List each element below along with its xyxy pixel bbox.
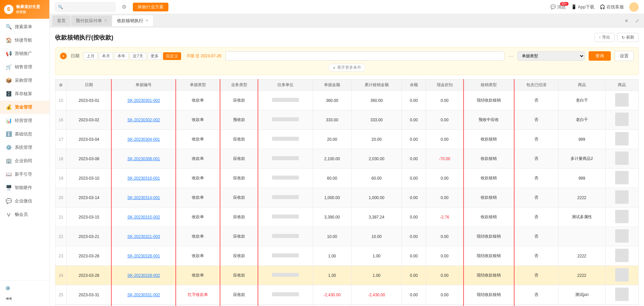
sidebar-label-purchase: 采购管理 xyxy=(15,77,32,83)
doc-no-link[interactable]: SK-20230321-003 xyxy=(127,234,160,239)
sidebar-item-basic[interactable]: ℹ️基础信息 xyxy=(0,127,49,141)
enterprise-icon: 🏢 xyxy=(5,158,12,164)
this-month-btn[interactable]: 本月 xyxy=(99,52,113,60)
cell-biz-type: 应收款 xyxy=(220,130,258,149)
cell-doc-no: SK-20230314-001 xyxy=(111,188,176,207)
cell-product2 xyxy=(605,169,638,188)
more-dates-btn[interactable]: 更多 xyxy=(148,52,162,60)
cell-cum-amount: 2,030.00 xyxy=(352,149,402,169)
topbar: 🔍 ⚙ 体验行业方案 💬 消息 99+ 📱 App下载 🎧 在线客服 xyxy=(50,0,644,14)
filter-expand-button[interactable]: » xyxy=(60,53,67,59)
tab-prepay[interactable]: 预付款应付单✕ xyxy=(71,15,112,26)
table-row: 24 2023-03-28 SK-20230328-002 收款单 应收款 1.… xyxy=(55,266,639,285)
cell-verify-type: 现结收款核销 xyxy=(464,285,514,305)
voucher-type-select[interactable]: 单据类型 xyxy=(518,51,585,61)
doc-no-link[interactable]: SK-20230315-002 xyxy=(127,215,160,220)
cell-product2 xyxy=(605,149,638,169)
sidebar-item-sales[interactable]: 🛒销售管理 xyxy=(0,60,49,74)
doc-no-link[interactable]: SK-20230302-002 xyxy=(127,118,160,122)
sidebar-settings[interactable]: ⚙️ xyxy=(0,283,49,293)
doc-no-link[interactable]: SK-20230308-001 xyxy=(127,157,160,161)
sidebar-item-system[interactable]: ⚙️系统管理 xyxy=(0,141,49,154)
tab-home[interactable]: 首页 xyxy=(52,15,70,26)
custom-date-btn[interactable]: 自定义 xyxy=(163,52,181,60)
cell-cum-amount: 20.00 xyxy=(352,130,402,149)
cell-balance: 0.00 xyxy=(401,110,426,130)
cell-product: 2222 xyxy=(558,266,605,285)
last-month-btn[interactable]: 上月 xyxy=(84,52,98,60)
cell-date: 2023-03-02 xyxy=(67,110,111,130)
this-year-btn[interactable]: 本年 xyxy=(114,52,128,60)
cell-balance: 0.00 xyxy=(401,149,426,169)
doc-no-link[interactable]: SK-20230304-001 xyxy=(127,137,160,142)
sidebar-item-guide[interactable]: 📖新手引导 xyxy=(0,168,49,181)
th-product2: 商品 xyxy=(605,79,638,91)
sidebar-item-marketing[interactable]: 📢营销推广 xyxy=(0,47,49,60)
page-title-bar: 收款核销执行(按收款) ↑ 导出 ↻ 刷新 xyxy=(55,33,639,42)
cell-num: 26 xyxy=(55,305,67,306)
filter-expand-row: ∨ 展开更多条件 xyxy=(60,64,634,71)
doc-no-link[interactable]: SK-20230331-002 xyxy=(127,293,160,297)
sidebar-item-quicknav[interactable]: 🏠快捷导航 xyxy=(0,34,49,47)
th-doc-no: 单据编号 xyxy=(111,79,176,91)
sidebar-item-operations[interactable]: 📊经营管理 xyxy=(0,114,49,127)
cell-cash-discount: 0.00 xyxy=(426,305,464,306)
sidebar-label-operations: 经营管理 xyxy=(15,118,32,124)
cell-date: 2023-03-21 xyxy=(67,227,111,246)
sidebar-item-hardware[interactable]: 🖥️智能硬件 xyxy=(0,181,49,194)
topbar-settings-icon[interactable]: ⚙ xyxy=(119,2,129,12)
setting-button[interactable]: 设置 xyxy=(615,51,634,61)
sidebar-item-purchase[interactable]: 📦采购管理 xyxy=(0,74,49,87)
query-button[interactable]: 查询 xyxy=(589,51,611,61)
cell-balance: 0.00 xyxy=(401,246,426,266)
sidebar-label-finance: 资金管理 xyxy=(15,104,32,110)
tab-close-prepay[interactable]: ✕ xyxy=(104,18,107,23)
doc-no-link[interactable]: SK-20230310-001 xyxy=(127,176,160,181)
expand-more-button[interactable]: ∨ 展开更多条件 xyxy=(328,64,366,71)
sidebar-bottom: ⚙️ ◀◀ xyxy=(0,280,49,306)
cell-date: 2023-03-01 xyxy=(67,91,111,110)
th-settings[interactable]: ⚙ xyxy=(55,79,67,91)
app-download[interactable]: 📱 App下载 xyxy=(571,4,594,10)
cell-product2 xyxy=(605,188,638,207)
cell-included: 否 xyxy=(514,91,558,110)
cell-verify-type: 收款核销 xyxy=(464,207,514,227)
export-button[interactable]: ↑ 导出 xyxy=(594,33,614,42)
tab-close-receipt-exec[interactable]: ✕ xyxy=(145,18,148,23)
messages-badge[interactable]: 💬 消息 99+ xyxy=(550,4,566,10)
sidebar-collapse[interactable]: ◀◀ xyxy=(0,293,49,303)
unit-input[interactable] xyxy=(225,51,504,61)
doc-no-link[interactable]: SK-20230328-002 xyxy=(127,273,160,278)
table-row: 25 2023-03-31 SK-20230331-002 红字收款单 应收款 … xyxy=(55,285,639,305)
solution-button[interactable]: 体验行业方案 xyxy=(133,3,168,11)
cell-included: 否 xyxy=(514,227,558,246)
search-icon: 🔍 xyxy=(5,23,12,30)
sidebar-item-enterprise[interactable]: 🏢企业协同 xyxy=(0,154,49,168)
tab-close-btn[interactable]: ✕ xyxy=(623,17,631,25)
doc-no-link[interactable]: SK-20230314-001 xyxy=(127,195,160,200)
doc-no-link[interactable]: SK-20230301-002 xyxy=(127,98,160,103)
cell-balance: 0.00 xyxy=(401,285,426,305)
cell-balance: 0.00 xyxy=(401,305,426,306)
main-area: 🔍 ⚙ 体验行业方案 💬 消息 99+ 📱 App下载 🎧 在线客服 xyxy=(50,0,644,306)
tab-expand-btn[interactable]: ⤢ xyxy=(633,17,641,25)
doc-no-link[interactable]: SK-20230328-001 xyxy=(127,254,160,258)
sidebar-label-wechat: 企业微信 xyxy=(15,198,32,204)
cell-product: 多计量商品2 xyxy=(558,149,605,169)
logo-edition: 标推版 xyxy=(16,10,40,14)
tab-receipt-exec[interactable]: 收款核销执行✕ xyxy=(112,15,153,26)
sidebar-item-inventory[interactable]: 🗄️库存核算 xyxy=(0,87,49,101)
user-avatar[interactable] xyxy=(629,2,639,12)
online-service[interactable]: 🎧 在线客服 xyxy=(600,4,624,10)
sidebar-item-wechat[interactable]: 💬企业微信 xyxy=(0,194,49,208)
cell-included: 否 xyxy=(514,305,558,306)
sidebar-item-search[interactable]: 🔍搜索菜单 xyxy=(0,20,49,34)
cell-product2 xyxy=(605,246,638,266)
sidebar-item-member[interactable]: V畅会员 xyxy=(0,208,49,221)
cell-product: 999 xyxy=(558,169,605,188)
cell-date: 2023-04-03 xyxy=(67,305,111,306)
date-buttons: 上月 本月 本年 近7天 更多 自定义 xyxy=(84,52,181,60)
sidebar-item-finance[interactable]: 💰资金管理 xyxy=(0,101,49,114)
last-7-days-btn[interactable]: 近7天 xyxy=(130,52,146,60)
refresh-button[interactable]: ↻ 刷新 xyxy=(617,33,639,42)
